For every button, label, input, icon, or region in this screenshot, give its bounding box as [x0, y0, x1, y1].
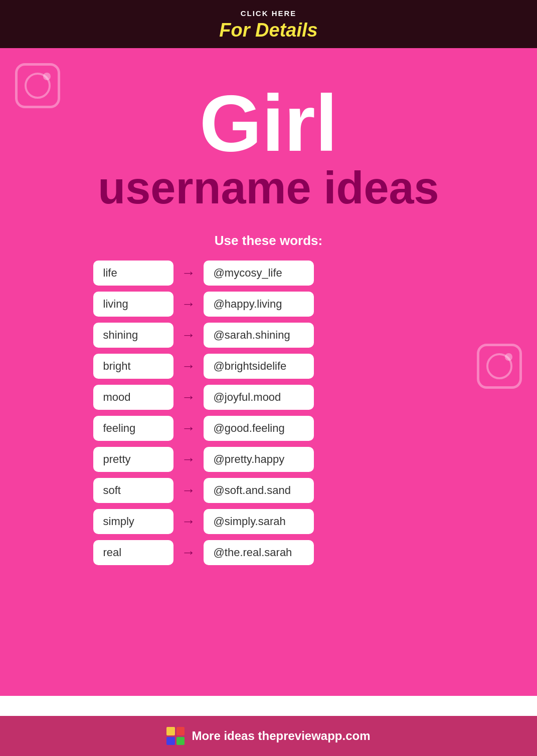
username-label: @brightsidelife [204, 354, 314, 379]
word-row: soft→@soft.and.sand [93, 478, 444, 503]
word-label: real [93, 540, 173, 565]
instagram-icon-topleft [15, 63, 60, 108]
word-row: pretty→@pretty.happy [93, 447, 444, 472]
title-username-ideas: username ideas [98, 163, 439, 213]
word-label: simply [93, 509, 173, 534]
username-label: @the.real.sarah [204, 540, 314, 565]
username-label: @pretty.happy [204, 447, 314, 472]
top-banner[interactable]: CLICK HERE For Details [0, 0, 537, 48]
arrow-icon: → [182, 420, 196, 436]
username-label: @mycosy_life [204, 261, 314, 286]
word-row: living→@happy.living [93, 292, 444, 317]
word-label: pretty [93, 447, 173, 472]
username-label: @good.feeling [204, 416, 314, 441]
username-label: @happy.living [204, 292, 314, 317]
word-row: bright→@brightsidelife [93, 354, 444, 379]
word-label: life [93, 261, 173, 286]
instagram-icon-bottomright [477, 344, 522, 389]
username-label: @joyful.mood [204, 385, 314, 410]
word-label: soft [93, 478, 173, 503]
word-label: shining [93, 323, 173, 348]
arrow-icon: → [182, 482, 196, 498]
arrow-icon: → [182, 265, 196, 281]
arrow-icon: → [182, 514, 196, 530]
footer-text: More ideas thepreviewapp.com [192, 729, 370, 743]
arrow-icon: → [182, 451, 196, 467]
word-row: real→@the.real.sarah [93, 540, 444, 565]
word-label: bright [93, 354, 173, 379]
word-label: mood [93, 385, 173, 410]
footer: More ideas thepreviewapp.com [0, 716, 537, 756]
username-label: @simply.sarah [204, 509, 314, 534]
arrow-icon: → [182, 296, 196, 312]
username-label: @soft.and.sand [204, 478, 314, 503]
arrow-icon: → [182, 358, 196, 374]
word-label: feeling [93, 416, 173, 441]
word-row: shining→@sarah.shining [93, 323, 444, 348]
word-label: living [93, 292, 173, 317]
word-row: simply→@simply.sarah [93, 509, 444, 534]
arrow-icon: → [182, 545, 196, 561]
word-row: feeling→@good.feeling [93, 416, 444, 441]
use-these-words-label: Use these words: [215, 233, 322, 248]
arrow-icon: → [182, 389, 196, 405]
username-label: @sarah.shining [204, 323, 314, 348]
word-row: life→@mycosy_life [93, 261, 444, 286]
for-details-label: For Details [219, 20, 317, 41]
click-here-label: CLICK HERE [10, 9, 527, 18]
word-row: mood→@joyful.mood [93, 385, 444, 410]
title-girl: Girl [200, 83, 338, 163]
arrow-icon: → [182, 327, 196, 343]
main-content: Girl username ideas Use these words: lif… [0, 48, 537, 696]
words-table: life→@mycosy_lifeliving→@happy.livingshi… [93, 261, 444, 565]
preview-app-icon [166, 727, 185, 745]
